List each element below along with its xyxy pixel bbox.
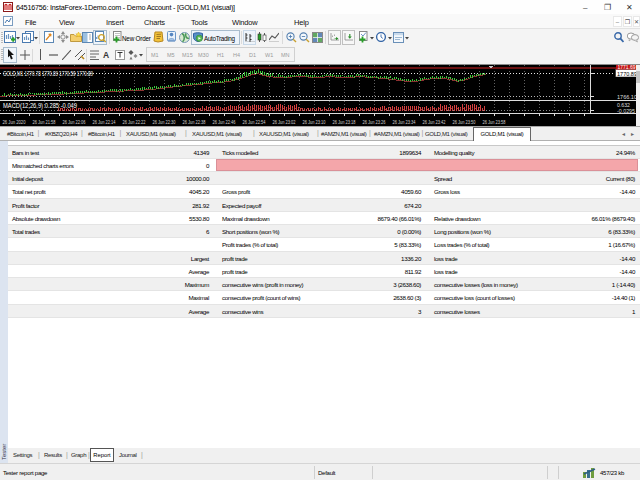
svg-text:26 Jun 23:58: 26 Jun 23:58	[483, 119, 506, 125]
svg-text:26 Jun 22:30: 26 Jun 22:30	[153, 119, 176, 125]
svg-text:26 Jun 23:26: 26 Jun 23:26	[363, 119, 386, 125]
svg-text:GOLD,M1 1770.78 1770.89 1770.: GOLD,M1 1770.78 1770.89 1770.59 1770.89	[3, 70, 93, 77]
svg-text:26 Jun 21:58: 26 Jun 21:58	[33, 119, 56, 125]
svg-text:1766.10: 1766.10	[617, 94, 638, 100]
svg-text:26 Jun 22:22: 26 Jun 22:22	[123, 119, 146, 125]
svg-text:26 Jun 2020: 26 Jun 2020	[3, 119, 26, 125]
svg-text:26 Jun 23:18: 26 Jun 23:18	[333, 119, 356, 125]
svg-text:1771.69: 1771.69	[618, 65, 636, 70]
svg-text:26 Jun 23:10: 26 Jun 23:10	[303, 119, 326, 125]
svg-text:26 Jun 23:50: 26 Jun 23:50	[453, 119, 476, 125]
svg-text:26 Jun 23:02: 26 Jun 23:02	[273, 119, 296, 125]
svg-text:26 Jun 22:06: 26 Jun 22:06	[63, 119, 86, 125]
svg-text:26 Jun 22:54: 26 Jun 22:54	[243, 119, 266, 125]
svg-text:26 Jun 22:38: 26 Jun 22:38	[183, 119, 206, 125]
svg-text:-0.0295: -0.0295	[617, 108, 635, 114]
svg-text:MACD(12,26,9) 0.285 -0.049: MACD(12,26,9) 0.285 -0.049	[3, 102, 77, 110]
svg-text:26 Jun 22:46: 26 Jun 22:46	[213, 119, 236, 125]
svg-text:26 Jun 22:14: 26 Jun 22:14	[93, 119, 116, 125]
svg-text:26 Jun 23:34: 26 Jun 23:34	[393, 119, 416, 125]
svg-text:1770.89: 1770.89	[617, 71, 638, 77]
svg-text:26 Jun 23:42: 26 Jun 23:42	[423, 119, 446, 125]
